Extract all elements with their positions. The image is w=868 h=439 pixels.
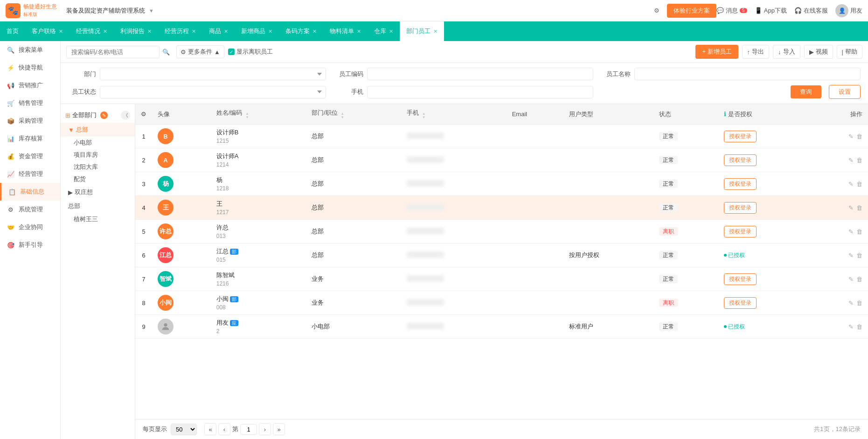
tab-bom[interactable]: 物料清单 ✕ [323,21,368,41]
tab-business[interactable]: 经营情况 ✕ [69,21,114,41]
sidebar-item-operations[interactable]: 📈 经营管理 [0,165,60,183]
status-select[interactable] [100,86,326,98]
settings-icon[interactable]: ⚙ [650,4,663,17]
col-dept[interactable]: 部门/职位 ▲▼ [306,104,401,125]
col-name[interactable]: 姓名/编码 ▲▼ [211,104,306,125]
next-page-btn[interactable]: › [259,423,271,435]
online-service-btn[interactable]: 🎧 在线客服 [794,7,828,15]
tab-employees-close[interactable]: ✕ [433,28,437,35]
dept-item-sz[interactable]: ▶ 双庄想 [61,185,135,199]
emp-name-input[interactable] [634,68,861,80]
system-dropdown-icon[interactable]: ▼ [149,8,154,14]
delete-icon[interactable]: 🗑 [856,323,862,330]
view-btn[interactable]: ▶ 视频 [804,45,833,59]
tab-business-close[interactable]: ✕ [103,28,107,35]
messages-btn[interactable]: 💬 消息 5 [716,7,747,15]
tab-history[interactable]: 经营历程 ✕ [158,21,202,41]
app-download-btn[interactable]: 📱 App下载 [755,7,787,15]
tab-warehouse-close[interactable]: ✕ [389,28,393,35]
dept-item-planting[interactable]: 植树王三 [61,213,135,225]
dept-select[interactable] [100,68,326,80]
sidebar-item-inventory[interactable]: 📊 库存核算 [0,130,60,147]
sidebar-item-guide[interactable]: 🎯 新手引导 [0,236,60,254]
edit-icon[interactable]: ✎ [848,300,854,307]
search-submit-icon[interactable]: 🔍 [160,45,173,58]
phone-input[interactable] [367,86,593,98]
auth-login-btn[interactable]: 授权登录 [724,297,757,309]
tab-warehouse[interactable]: 仓库 ✕ [368,21,400,41]
user-menu[interactable]: 👤 用友 [835,4,862,17]
tab-goods[interactable]: 商品 ✕ [202,21,235,41]
delete-icon[interactable]: 🗑 [856,157,862,164]
sidebar-item-system[interactable]: ⚙ 系统管理 [0,201,60,218]
sidebar-item-basics[interactable]: 📋 基础信息 [0,183,60,201]
tab-customer[interactable]: 客户联络 ✕ [25,21,69,41]
auth-login-btn[interactable]: 授权登录 [724,202,757,214]
sidebar-item-purchase[interactable]: 📦 采购管理 [0,112,60,130]
tab-barcode-close[interactable]: ✕ [312,28,317,35]
show-resigned-toggle[interactable]: ✓ 显示离职员工 [228,48,273,56]
edit-icon[interactable]: ✎ [848,323,854,330]
tab-customer-close[interactable]: ✕ [59,28,63,35]
sidebar-item-finance[interactable]: 💰 资金管理 [0,147,60,165]
auth-login-btn[interactable]: 授权登录 [724,273,757,285]
edit-icon[interactable]: ✎ [848,204,854,211]
dept-item-hq[interactable]: ▼ 总部 [61,123,135,137]
sidebar-item-search[interactable]: 🔍 搜索菜单 [0,41,60,59]
help-btn[interactable]: | 帮助 [837,45,862,59]
dept-item-elec[interactable]: 小电部 [61,137,135,149]
tab-home[interactable]: 首页 [0,21,25,41]
edit-icon[interactable]: ✎ [848,252,854,259]
edit-icon[interactable]: ✎ [848,181,854,188]
page-number-input[interactable] [240,424,257,435]
dept-item-dist[interactable]: 配货 [61,173,135,185]
delete-icon[interactable]: 🗑 [856,276,862,283]
auth-info-icon[interactable]: ℹ [724,111,726,118]
dept-collapse-btn[interactable]: 《 [121,111,130,120]
first-page-btn[interactable]: « [204,423,216,435]
set-btn[interactable]: 设置 [829,85,861,99]
sidebar-item-collab[interactable]: 🤝 企业协同 [0,218,60,236]
import-btn[interactable]: ↓ 导入 [773,45,800,59]
delete-icon[interactable]: 🗑 [856,204,862,211]
name-sort[interactable]: ▲▼ [245,112,249,119]
auth-login-btn[interactable]: 授权登录 [724,154,757,166]
dept-sort[interactable]: ▲▼ [340,112,344,119]
delete-icon[interactable]: 🗑 [856,228,862,235]
col-phone[interactable]: 手机 ▲▼ [401,104,507,125]
col-settings[interactable]: ⚙ [135,104,152,125]
delete-icon[interactable]: 🗑 [856,181,862,188]
dept-item-hq2[interactable]: 总部 [61,199,135,213]
dept-item-proj[interactable]: 项目库房 [61,149,135,161]
tab-profit[interactable]: 利润报告 ✕ [114,21,158,41]
tab-profit-close[interactable]: ✕ [147,28,152,35]
tab-employees[interactable]: 部门员工 ✕ [400,21,444,41]
tab-new-goods-close[interactable]: ✕ [268,28,272,35]
phone-sort[interactable]: ▲▼ [422,112,426,119]
auth-login-btn[interactable]: 授权登录 [724,226,757,237]
edit-icon[interactable]: ✎ [848,228,854,235]
per-page-select[interactable]: 50 20 100 [171,424,197,435]
emp-code-input[interactable] [367,68,593,80]
delete-icon[interactable]: 🗑 [856,300,862,307]
experience-btn[interactable]: 体验行业方案 [667,4,716,18]
add-employee-btn[interactable]: + 新增员工 [695,45,738,59]
tab-barcode[interactable]: 条码方案 ✕ [279,21,323,41]
sidebar-item-sales[interactable]: 🛒 销售管理 [0,94,60,112]
tab-goods-close[interactable]: ✕ [224,28,228,35]
edit-icon[interactable]: ✎ [848,133,854,140]
tab-history-close[interactable]: ✕ [192,28,196,35]
search-input[interactable] [66,46,160,58]
edit-icon[interactable]: ✎ [848,276,854,283]
delete-icon[interactable]: 🗑 [856,133,862,140]
edit-icon[interactable]: ✎ [848,157,854,164]
last-page-btn[interactable]: » [273,423,285,435]
sidebar-item-nav[interactable]: ⚡ 快捷导航 [0,59,60,77]
auth-login-btn[interactable]: 授权登录 [724,178,757,190]
tab-new-goods[interactable]: 新增商品 ✕ [235,21,279,41]
auth-login-btn[interactable]: 授权登录 [724,131,757,142]
prev-page-btn[interactable]: ‹ [218,423,230,435]
dept-item-sy[interactable]: 沈阳大库 [61,161,135,173]
dept-edit-icon[interactable]: ✎ [100,111,108,119]
tab-bom-close[interactable]: ✕ [357,28,361,35]
